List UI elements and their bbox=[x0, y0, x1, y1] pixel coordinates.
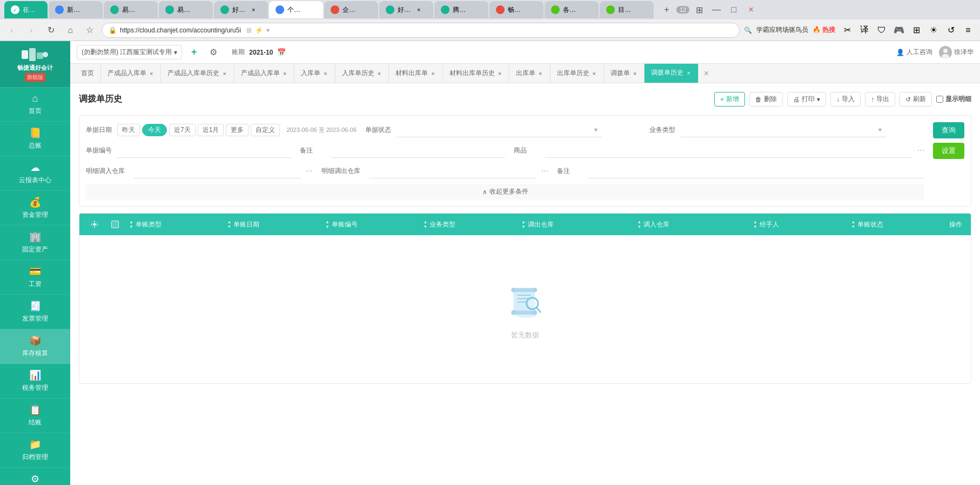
page-tab-7-close[interactable]: × bbox=[497, 70, 502, 77]
grid-btn[interactable]: ⊞ bbox=[909, 23, 924, 38]
th-to-warehouse[interactable]: ▲ ▼ 调入仓库 bbox=[633, 220, 749, 229]
collapse-btn[interactable]: ∧ 收起更多条件 bbox=[86, 184, 924, 200]
browser-tab-9[interactable]: 腾… bbox=[434, 1, 488, 18]
refresh-browser-btn[interactable]: ↻ bbox=[43, 23, 58, 38]
date-btn-1month[interactable]: 近1月 bbox=[198, 124, 224, 136]
from-warehouse-more-btn[interactable]: ··· bbox=[306, 166, 313, 176]
import-btn[interactable]: ↓ 导入 bbox=[830, 92, 861, 107]
company-selector[interactable]: (勿删勿禁用) 江西服宝测试专用 ▾ bbox=[77, 45, 182, 59]
new-tab-btn[interactable]: + bbox=[659, 2, 674, 17]
from-warehouse-input[interactable] bbox=[133, 163, 301, 178]
page-tab-2-close[interactable]: × bbox=[221, 70, 227, 77]
menu-btn[interactable]: ≡ bbox=[961, 23, 976, 38]
page-tab-8[interactable]: 出库单 × bbox=[509, 64, 550, 83]
add-company-btn[interactable]: + bbox=[186, 45, 202, 60]
page-tab-7[interactable]: 材料出库单历史 × bbox=[443, 64, 509, 83]
page-tab-4[interactable]: 入库单 × bbox=[294, 64, 335, 83]
page-tab-3[interactable]: 产成品入库单 × bbox=[234, 64, 294, 83]
th-number[interactable]: ▲ ▼ 单账编号 bbox=[321, 220, 419, 229]
minimize-btn[interactable]: — bbox=[709, 2, 724, 17]
page-tab-9-close[interactable]: × bbox=[592, 70, 597, 77]
show-detail-toggle[interactable]: 显示明细 bbox=[936, 95, 971, 104]
bookmark-btn[interactable]: ☆ bbox=[82, 23, 97, 38]
page-tab-11[interactable]: 调拨单历史 × bbox=[645, 64, 698, 83]
goods-input[interactable] bbox=[545, 143, 913, 158]
th-handler[interactable]: ▲ ▼ 经手人 bbox=[749, 220, 847, 229]
browser-tab-12[interactable]: 目… bbox=[600, 1, 654, 18]
sidebar-item-tax[interactable]: 📊 税务管理 bbox=[0, 364, 70, 398]
page-tab-5-close[interactable]: × bbox=[377, 70, 382, 77]
sidebar-item-payroll[interactable]: 💳 工资 bbox=[0, 260, 70, 295]
browser-tab-2[interactable]: 新… bbox=[49, 1, 103, 18]
home-btn[interactable]: ⌂ bbox=[63, 23, 78, 38]
sidebar-item-archive[interactable]: 📁 归档管理 bbox=[0, 433, 70, 468]
page-tab-3-close[interactable]: × bbox=[282, 70, 287, 77]
page-tab-1[interactable]: 产成品入库单 × bbox=[101, 64, 161, 83]
browser-tab-3[interactable]: 易… bbox=[104, 1, 158, 18]
calendar-icon[interactable]: 📅 bbox=[277, 48, 286, 56]
to-warehouse-more-btn[interactable]: ··· bbox=[541, 166, 548, 176]
browser-tab-11[interactable]: 各… bbox=[545, 1, 599, 18]
th-date[interactable]: ▲ ▼ 单账日期 bbox=[223, 220, 320, 229]
table-select-all-checkbox[interactable] bbox=[105, 221, 125, 228]
show-detail-checkbox[interactable] bbox=[936, 96, 943, 103]
sidebar-item-assets[interactable]: 🏢 固定资产 bbox=[0, 225, 70, 260]
page-tab-11-close[interactable]: × bbox=[686, 70, 691, 76]
print-btn[interactable]: 🖨 打印 ▾ bbox=[787, 92, 826, 107]
close-all-tabs-btn[interactable]: × bbox=[703, 69, 710, 78]
sidebar-item-closing[interactable]: 📋 结账 bbox=[0, 398, 70, 433]
note-input[interactable] bbox=[331, 143, 505, 158]
date-btn-custom[interactable]: 自定义 bbox=[251, 124, 280, 136]
undo-btn[interactable]: ↺ bbox=[943, 23, 958, 38]
delete-btn[interactable]: 🗑 删除 bbox=[749, 92, 783, 107]
settings-header-btn[interactable]: ⚙ bbox=[206, 45, 221, 60]
sidebar-item-reports[interactable]: ☁ 云报表中心 bbox=[0, 156, 70, 191]
translate-btn[interactable]: 译 bbox=[857, 23, 872, 38]
page-tab-home[interactable]: 首页 bbox=[75, 64, 101, 83]
th-type[interactable]: ▲ ▼ 单账类型 bbox=[125, 220, 223, 229]
sidebar-item-settings[interactable]: ⚙ 基础设置 bbox=[0, 468, 70, 485]
browser-tab-5-close[interactable]: × bbox=[251, 6, 256, 13]
scissors-btn[interactable]: ✂ bbox=[840, 23, 855, 38]
table-gear-btn[interactable] bbox=[84, 220, 105, 229]
page-tab-8-close[interactable]: × bbox=[538, 70, 543, 77]
export-btn[interactable]: ↑ 导出 bbox=[865, 92, 895, 107]
date-btn-today[interactable]: 今天 bbox=[142, 124, 167, 136]
page-tab-6[interactable]: 材料出库单 × bbox=[389, 64, 442, 83]
forward-btn[interactable]: › bbox=[24, 23, 39, 38]
browser-tab-chanjet[interactable]: ✓ 在… bbox=[4, 1, 48, 18]
goods-more-btn[interactable]: ··· bbox=[917, 145, 924, 155]
set-btn[interactable]: 设置 bbox=[933, 143, 964, 159]
sidebar-item-inventory[interactable]: 📦 库存核算 bbox=[0, 329, 70, 364]
biztype-select[interactable]: ▾ bbox=[681, 122, 886, 137]
maximize-btn[interactable]: □ bbox=[726, 2, 741, 17]
page-tab-10-close[interactable]: × bbox=[632, 70, 637, 77]
sidebar-item-ledger[interactable]: 📒 总账 bbox=[0, 122, 70, 156]
page-tab-9[interactable]: 出库单历史 × bbox=[551, 64, 604, 83]
page-tab-1-close[interactable]: × bbox=[149, 70, 154, 77]
note2-input[interactable] bbox=[588, 163, 924, 178]
game-btn[interactable]: 🎮 bbox=[891, 23, 907, 38]
date-btn-more[interactable]: 更多 bbox=[226, 124, 249, 136]
refresh-page-btn[interactable]: ↺ 刷新 bbox=[900, 92, 932, 107]
browser-tab-10[interactable]: 畅… bbox=[489, 1, 543, 18]
date-btn-yesterday[interactable]: 昨天 bbox=[117, 124, 140, 136]
browser-tab-active[interactable]: 个… bbox=[269, 1, 323, 18]
th-status[interactable]: ▲ ▼ 单账状态 bbox=[847, 220, 945, 229]
customer-service-btn[interactable]: 👤 人工咨询 bbox=[896, 48, 932, 57]
page-tab-6-close[interactable]: × bbox=[430, 70, 435, 77]
browser-tab-4[interactable]: 易… bbox=[159, 1, 213, 18]
browser-tab-7[interactable]: 企… bbox=[324, 1, 378, 18]
status-select[interactable]: ▾ bbox=[397, 122, 602, 137]
th-from-warehouse[interactable]: ▲ ▼ 调出仓库 bbox=[517, 220, 633, 229]
browser-tab-8[interactable]: 好… × bbox=[379, 1, 433, 18]
docnum-input[interactable] bbox=[117, 143, 291, 158]
address-bar[interactable]: 🔒 https://cloud.chanjet.com/accounting/u… bbox=[102, 23, 740, 38]
sidebar-item-finance[interactable]: 💰 资金管理 bbox=[0, 191, 70, 225]
browser-tab-8-close[interactable]: × bbox=[416, 6, 421, 13]
user-info-area[interactable]: 徐泽华 bbox=[939, 46, 974, 59]
page-tab-2[interactable]: 产成品入库单历史 × bbox=[161, 64, 234, 83]
date-btn-7days[interactable]: 近7天 bbox=[169, 124, 196, 136]
page-tab-4-close[interactable]: × bbox=[323, 70, 328, 77]
browser-tab-5[interactable]: 好… × bbox=[214, 1, 268, 18]
